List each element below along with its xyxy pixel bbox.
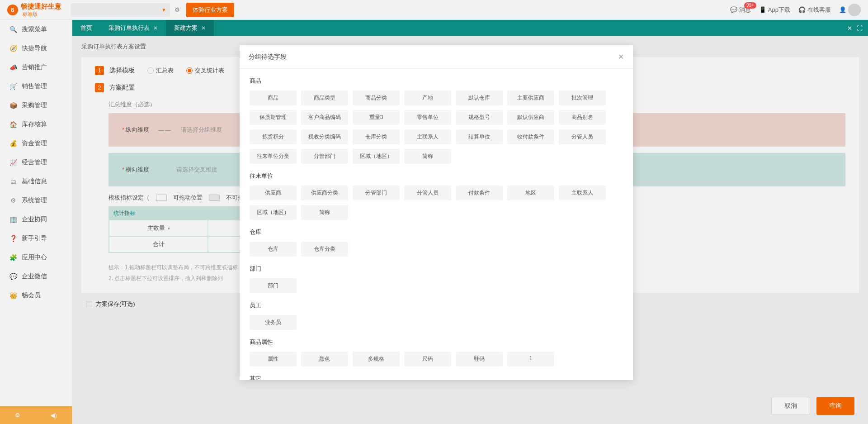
- field-tag[interactable]: 部门: [250, 278, 297, 293]
- field-tag[interactable]: 付款条件: [456, 186, 503, 200]
- field-tag[interactable]: 重量3: [353, 110, 400, 125]
- field-tag[interactable]: 供应商分类: [301, 186, 348, 200]
- field-tag[interactable]: 零售单位: [404, 110, 451, 125]
- field-tag[interactable]: 仓库分类: [301, 242, 348, 257]
- field-group-title: 仓库: [250, 228, 623, 236]
- close-icon[interactable]: ✕: [618, 52, 624, 61]
- field-tags: 商品商品类型商品分类产地默认仓库主要供应商批次管理保质期管理客户商品编码重量3零…: [250, 91, 623, 164]
- field-tag[interactable]: 默认供应商: [507, 110, 554, 125]
- field-group-title: 部门: [250, 265, 623, 273]
- field-group-1: 往来单位供应商供应商分类分管部门分管人员付款条件地区主联系人区域（地区）简称: [250, 172, 623, 220]
- field-tag[interactable]: 主联系人: [559, 186, 606, 200]
- field-tag[interactable]: 区域（地区）: [353, 149, 400, 164]
- field-tag[interactable]: 客户商品编码: [301, 110, 348, 125]
- field-group-title: 员工: [250, 301, 623, 310]
- field-group-3: 部门部门: [250, 265, 623, 293]
- field-tag[interactable]: 商品分类: [353, 91, 400, 105]
- field-tag[interactable]: 供应商: [250, 186, 297, 200]
- field-tag[interactable]: 业务员: [250, 315, 297, 330]
- field-tag[interactable]: 简称: [404, 149, 451, 164]
- field-tag[interactable]: 颜色: [301, 352, 348, 367]
- field-tag[interactable]: 拣货积分: [250, 129, 297, 144]
- field-tags: 供应商供应商分类分管部门分管人员付款条件地区主联系人区域（地区）简称: [250, 186, 623, 220]
- field-tag[interactable]: 属性: [250, 352, 297, 367]
- field-tag[interactable]: 仓库: [250, 242, 297, 257]
- field-tag[interactable]: 分管人员: [559, 129, 606, 144]
- modal-title: 分组待选字段: [249, 53, 287, 61]
- field-group-title: 商品属性: [250, 338, 623, 346]
- field-tag[interactable]: 商品别名: [559, 110, 606, 125]
- field-tag[interactable]: 往来单位分类: [250, 149, 297, 164]
- field-tag[interactable]: 1: [507, 352, 554, 367]
- field-tags: 仓库仓库分类: [250, 242, 623, 257]
- field-group-2: 仓库仓库仓库分类: [250, 228, 623, 257]
- field-tag[interactable]: 地区: [507, 186, 554, 200]
- field-tag[interactable]: 结算单位: [456, 129, 503, 144]
- field-tag[interactable]: 默认仓库: [456, 91, 503, 105]
- field-group-0: 商品商品商品类型商品分类产地默认仓库主要供应商批次管理保质期管理客户商品编码重量…: [250, 77, 623, 164]
- field-group-6: 其它: [250, 375, 623, 380]
- field-group-title: 其它: [250, 375, 623, 380]
- field-tag[interactable]: 仓库分类: [353, 129, 400, 144]
- field-tag[interactable]: 鞋码: [456, 352, 503, 367]
- field-tag[interactable]: 分管部门: [353, 186, 400, 200]
- field-tag[interactable]: 主要供应商: [507, 91, 554, 105]
- field-tag[interactable]: 商品类型: [301, 91, 348, 105]
- field-tag[interactable]: 分管部门: [301, 149, 348, 164]
- field-tags: 属性颜色多规格尺码鞋码1: [250, 352, 623, 367]
- field-tag[interactable]: 保质期管理: [250, 110, 297, 125]
- field-tag[interactable]: 规格型号: [456, 110, 503, 125]
- field-tag[interactable]: 尺码: [404, 352, 451, 367]
- modal-header: 分组待选字段 ✕: [240, 45, 633, 69]
- field-tag[interactable]: 主联系人: [404, 129, 451, 144]
- field-tag[interactable]: 税收分类编码: [301, 129, 348, 144]
- field-tags: 部门: [250, 278, 623, 293]
- field-tag[interactable]: 简称: [301, 205, 348, 220]
- field-tag[interactable]: 商品: [250, 91, 297, 105]
- field-group-title: 商品: [250, 77, 623, 85]
- field-group-5: 商品属性属性颜色多规格尺码鞋码1: [250, 338, 623, 367]
- field-tag[interactable]: 区域（地区）: [250, 205, 297, 220]
- field-selector-modal: 分组待选字段 ✕ 商品商品商品类型商品分类产地默认仓库主要供应商批次管理保质期管…: [240, 45, 633, 380]
- field-tag[interactable]: 多规格: [353, 352, 400, 367]
- field-tag[interactable]: 分管人员: [404, 186, 451, 200]
- field-group-title: 往来单位: [250, 172, 623, 180]
- modal-body: 商品商品商品类型商品分类产地默认仓库主要供应商批次管理保质期管理客户商品编码重量…: [240, 69, 633, 380]
- field-tag[interactable]: 收付款条件: [507, 129, 554, 144]
- field-tag[interactable]: 批次管理: [559, 91, 606, 105]
- field-tag[interactable]: 产地: [404, 91, 451, 105]
- field-group-4: 员工业务员: [250, 301, 623, 330]
- field-tags: 业务员: [250, 315, 623, 330]
